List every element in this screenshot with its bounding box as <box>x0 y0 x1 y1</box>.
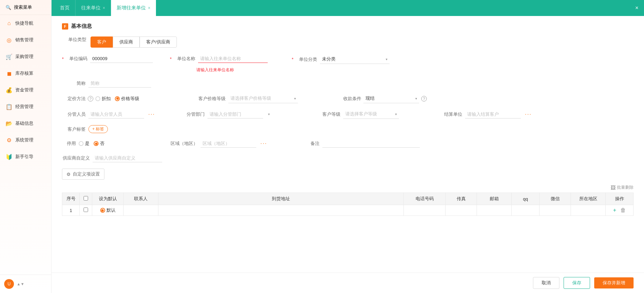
sidebar-item-label: 销售管理 <box>15 37 33 43</box>
type-btn-supplier[interactable]: 供应商 <box>113 36 140 48</box>
pricing-radio-group: 折扣 价格等级 <box>95 96 139 102</box>
cell-default[interactable]: 默认 <box>92 205 124 216</box>
contact-input[interactable] <box>127 208 155 213</box>
remark-group: 备注 <box>306 139 445 148</box>
payment-terms-help-icon[interactable]: ? <box>421 96 427 101</box>
cancel-button[interactable]: 取消 <box>533 277 559 289</box>
col-checkbox[interactable] <box>80 193 92 205</box>
sidebar-item-quick-nav[interactable]: ⌂ 快捷导航 <box>0 15 51 32</box>
supplier-custom-input[interactable] <box>93 154 162 162</box>
cell-checkbox[interactable] <box>80 205 92 216</box>
department-input[interactable] <box>207 110 263 119</box>
customer-price-level-select[interactable]: 请选择客户价格等级 ▾ <box>228 94 298 103</box>
sidebar: 🔍 搜索菜单 ⌂ 快捷导航 ◎ 销售管理 🛒 采购管理 ◼ 库存核算 💰 资金管… <box>0 0 52 293</box>
radio-disabled-no[interactable]: 否 <box>94 140 104 147</box>
radio-price-level-label: 价格等级 <box>121 96 139 102</box>
remark-label: 备注 <box>306 140 320 147</box>
row-add-button[interactable]: + <box>612 206 618 214</box>
pricing-help-icon[interactable]: ? <box>88 96 93 101</box>
short-name-input[interactable] <box>88 79 151 88</box>
sidebar-item-system[interactable]: ⚙ 系统管理 <box>0 132 51 148</box>
row-disabled: 停用 是 否 区域（地区） ··· 备注 <box>62 139 634 148</box>
cell-region[interactable] <box>571 205 606 216</box>
cell-wechat[interactable] <box>540 205 571 216</box>
sidebar-item-purchase[interactable]: 🛒 采购管理 <box>0 48 51 65</box>
purchase-icon: 🛒 <box>6 53 13 60</box>
sidebar-item-finance[interactable]: 💰 资金管理 <box>0 82 51 98</box>
radio-discount-circle <box>95 96 100 101</box>
cell-fax[interactable] <box>446 205 477 216</box>
row-delete-button[interactable]: 🗑 <box>619 206 627 214</box>
unit-code-input[interactable] <box>90 55 153 63</box>
type-btn-both[interactable]: 客户/供应商 <box>140 36 177 48</box>
guide-icon: 🔰 <box>6 153 13 160</box>
sidebar-item-operations[interactable]: 📋 经营管理 <box>0 98 51 115</box>
unit-category-select[interactable]: 未分类 ▾ <box>320 55 390 64</box>
fax-input[interactable] <box>449 208 473 213</box>
cell-email[interactable] <box>477 205 512 216</box>
sidebar-item-guide[interactable]: 🔰 新手引导 <box>0 148 51 165</box>
close-all-button[interactable]: × <box>633 3 641 13</box>
qq-input[interactable] <box>515 208 536 213</box>
region-input[interactable] <box>201 139 256 148</box>
manager-input[interactable] <box>88 110 144 119</box>
region-cell-input[interactable] <box>574 208 602 213</box>
tab-new-partner[interactable]: 新增往来单位 × <box>111 0 156 16</box>
settlement-unit-more-button[interactable]: ··· <box>524 111 533 117</box>
settlement-unit-group: 结算单位 ··· <box>441 110 567 119</box>
cell-qq[interactable] <box>512 205 540 216</box>
search-icon: 🔍 <box>6 5 11 10</box>
add-tag-button[interactable]: + 标签 <box>88 125 108 133</box>
payment-terms-select[interactable]: 现结 ▾ <box>363 94 419 103</box>
row-checkbox[interactable] <box>84 207 88 212</box>
chevron-down-icon5: ▾ <box>395 112 397 116</box>
sidebar-item-inventory[interactable]: ◼ 库存核算 <box>0 65 51 82</box>
tab-new-partner-close[interactable]: × <box>148 6 150 10</box>
row-customer-tag: 客户标签 + 标签 <box>62 125 634 133</box>
default-radio[interactable]: 默认 <box>96 207 120 213</box>
sidebar-search[interactable]: 🔍 搜索菜单 <box>0 0 51 15</box>
department-select[interactable]: ▾ <box>266 111 322 117</box>
custom-settings-button[interactable]: ⚙ 自定义项设置 <box>62 169 104 180</box>
cell-address[interactable] <box>158 205 404 216</box>
address-input[interactable] <box>162 208 400 213</box>
type-btn-customer[interactable]: 客户 <box>91 36 113 48</box>
col-phone: 电话号码 <box>404 193 446 205</box>
cell-contact[interactable] <box>124 205 158 216</box>
cell-phone[interactable] <box>404 205 446 216</box>
col-action: 操作 <box>606 193 634 205</box>
unit-code-label: 单位编码 <box>66 56 87 62</box>
tab-partner-close[interactable]: × <box>103 6 105 10</box>
customer-level-select[interactable]: 请选择客户等级 ▾ <box>343 109 399 119</box>
sidebar-item-sales[interactable]: ◎ 销售管理 <box>0 32 51 48</box>
unit-name-input[interactable] <box>198 55 268 63</box>
sidebar-item-label: 资金管理 <box>15 87 33 93</box>
region-more-button[interactable]: ··· <box>259 140 268 147</box>
save-new-button[interactable]: 保存并新增 <box>594 277 634 288</box>
email-input[interactable] <box>480 208 508 213</box>
col-fax: 传真 <box>446 193 477 205</box>
table-row: 1 默认 <box>62 205 634 216</box>
tab-home[interactable]: 首页 <box>54 0 76 16</box>
save-button[interactable]: 保存 <box>564 277 590 289</box>
radio-price-level[interactable]: 价格等级 <box>115 96 139 102</box>
avatar: U <box>4 279 14 289</box>
batch-delete-label[interactable]: 批量删除 <box>617 185 634 190</box>
settlement-unit-input[interactable] <box>465 110 521 119</box>
wechat-input[interactable] <box>543 208 567 213</box>
home-icon: ⌂ <box>6 20 13 27</box>
radio-disabled-yes[interactable]: 是 <box>79 140 89 147</box>
unit-category-required-star: * <box>292 57 293 62</box>
radio-discount[interactable]: 折扣 <box>95 96 111 102</box>
remark-input[interactable] <box>322 139 420 148</box>
sidebar-item-basic[interactable]: 📂 基础信息 <box>0 115 51 132</box>
tab-partner[interactable]: 往来单位 × <box>76 0 111 16</box>
manager-more-button[interactable]: ··· <box>147 111 156 117</box>
gear-icon: ⚙ <box>66 172 71 177</box>
sidebar-search-label: 搜索菜单 <box>14 4 32 10</box>
phone-input[interactable] <box>407 208 442 213</box>
supplier-custom-group: 供应商自定义 <box>62 154 634 162</box>
select-all-checkbox[interactable] <box>84 196 88 201</box>
department-group: 分管部门 ▾ <box>184 110 309 119</box>
short-name-group: 简称 <box>62 79 159 88</box>
